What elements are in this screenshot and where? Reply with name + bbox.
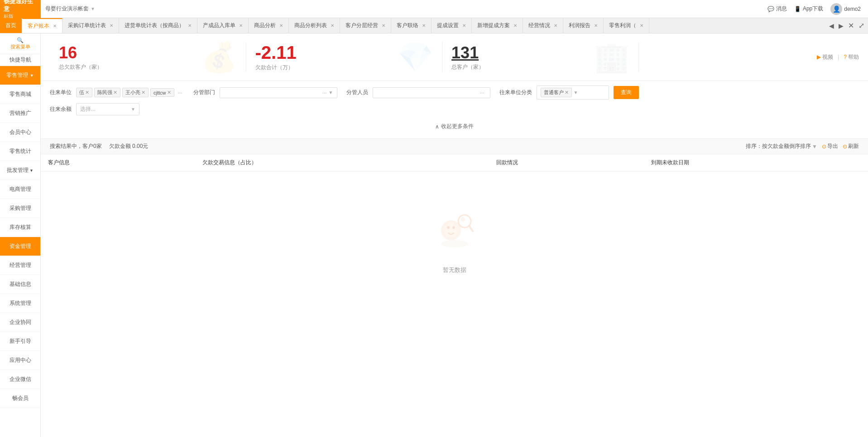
sort-chevron-icon: ▼ (812, 143, 817, 150)
export-button[interactable]: ⊙ 导出 (822, 142, 838, 150)
sidebar-item-enterprise-coop[interactable]: 企业协同 (0, 313, 40, 332)
sidebar-item-app-center[interactable]: 应用中心 (0, 351, 40, 370)
tab-retail-profit[interactable]: 零售利润（ ✕ (604, 18, 649, 33)
filter-tag-chen[interactable]: 陈民强 ✕ (94, 88, 120, 97)
home-tab-label: 首页 (5, 22, 16, 29)
filter-tag-wu[interactable]: 伍 ✕ (76, 88, 92, 97)
close-purchase-goods-icon[interactable]: ✕ (188, 23, 192, 28)
retail-stats-label: 零售统计 (10, 148, 31, 154)
close-tag-cjttcw-icon[interactable]: ✕ (167, 90, 171, 95)
tabs-close-all-button[interactable]: ✕ (846, 20, 856, 31)
filter-tag-cjttcw[interactable]: cjttcw ✕ (150, 88, 174, 97)
balance-select[interactable]: 选择... ▼ (76, 103, 139, 115)
close-tag-chen-icon[interactable]: ✕ (113, 90, 117, 95)
more-tags-button[interactable]: ··· (176, 90, 184, 96)
sidebar-item-member-center[interactable]: 会员中心 (0, 123, 40, 142)
sidebar-item-purchase[interactable]: 采购管理 (0, 199, 40, 218)
close-tag-wu-icon[interactable]: ✕ (85, 90, 89, 95)
sidebar-item-inventory[interactable]: 库存核算 (0, 218, 40, 237)
tab-operations[interactable]: 经营情况 ✕ (523, 18, 563, 33)
tab-raise-settings[interactable]: 提成设置 ✕ (432, 18, 472, 33)
dept-select[interactable]: ··· ▼ (220, 87, 337, 98)
tab-new-raise[interactable]: 新增提成方案 ✕ (472, 18, 523, 33)
close-customer-book-icon[interactable]: ✕ (53, 24, 57, 28)
sidebar-item-system[interactable]: 系统管理 (0, 294, 40, 313)
retail-mgmt-arrow-icon: ▼ (30, 73, 34, 78)
close-retail-profit-icon[interactable]: ✕ (640, 23, 643, 28)
sidebar-item-finance[interactable]: 资金管理 (0, 237, 40, 256)
close-products-in-icon[interactable]: ✕ (239, 23, 243, 28)
close-customer-tier-icon[interactable]: ✕ (382, 23, 385, 28)
user-menu-button[interactable]: 👤 demo2 (830, 3, 861, 15)
app-download-button[interactable]: 📱 App下载 (794, 5, 823, 13)
unit-type-select[interactable]: 普通客户 ✕ ▼ (537, 86, 609, 100)
sidebar-item-retail-stats[interactable]: 零售统计 (0, 142, 40, 161)
tab-profit-report[interactable]: 利润报告 ✕ (563, 18, 604, 33)
retail-mgmt-label: 零售管理 (6, 72, 28, 78)
close-goods-analysis-list-icon[interactable]: ✕ (331, 23, 334, 28)
marketing-label: 营销推广 (10, 110, 31, 116)
sidebar-item-retail-mgmt[interactable]: 零售管理 ▼ (0, 66, 40, 85)
purchase-label: 采购管理 (10, 205, 31, 211)
tab-purchase-goods[interactable]: 进货单统计表（按商品） ✕ (119, 18, 197, 33)
close-purchase-order-icon[interactable]: ✕ (110, 23, 113, 28)
tab-purchase-order[interactable]: 采购订单统计表 ✕ (62, 18, 119, 33)
customers-bg-icon: 💰 (201, 40, 237, 74)
help-button[interactable]: ? 帮助 (844, 53, 859, 61)
close-goods-analysis-icon[interactable]: ✕ (279, 23, 283, 28)
close-customer-contact-icon[interactable]: ✕ (422, 23, 426, 28)
filter-tag-wang[interactable]: 王小亮 ✕ (122, 88, 149, 97)
sidebar-item-newbie[interactable]: 新手引导 (0, 332, 40, 351)
stat-debt-total: 💎 -2.11 欠款合计（万） (246, 38, 443, 76)
sidebar-item-ecommerce[interactable]: 电商管理 (0, 180, 40, 199)
filter-row-2: 往来余额 选择... ▼ (50, 103, 859, 115)
sidebar-item-enterprise-wechat[interactable]: 企业微信 (0, 370, 40, 389)
tab-home[interactable]: 首页 (0, 18, 22, 33)
filter-area: 往来单位 伍 ✕ 陈民强 ✕ 王小亮 ✕ (41, 81, 868, 139)
person-select[interactable]: ··· (373, 87, 490, 98)
query-button[interactable]: 查询 (614, 86, 639, 99)
tab-customer-tier[interactable]: 客户分层经营 ✕ (340, 18, 391, 33)
dept-chevron-icon: ▼ (329, 90, 333, 95)
stat-total-clients: 🏢 131 总客户（家） (442, 39, 639, 76)
collapse-button[interactable]: ∧ 收起更多条件 (433, 121, 475, 132)
tabs-prev-button[interactable]: ◀ (827, 21, 836, 30)
account-selector[interactable]: 母婴行业演示帐套 ▼ (41, 5, 100, 13)
stat-clients-number: 131 (451, 43, 479, 62)
sidebar-item-vip-member[interactable]: 畅会员 (0, 389, 40, 408)
messages-button[interactable]: 💬 消息 (767, 5, 787, 13)
close-operations-icon[interactable]: ✕ (554, 23, 557, 28)
sidebar-quick-nav[interactable]: 快捷导航 (0, 54, 40, 66)
main-content: 💰 16 总欠款客户（家） 💎 -2.11 欠款合计（万） 🏢 131 总 (41, 33, 868, 437)
sidebar-item-basic-info[interactable]: 基础信息 (0, 275, 40, 294)
retail-mall-label: 零售商城 (10, 91, 31, 97)
tab-goods-analysis[interactable]: 商品分析 ✕ (249, 18, 289, 33)
sidebar-item-operations-mgmt[interactable]: 经营管理 (0, 256, 40, 275)
unit-filter-tags: 伍 ✕ 陈民强 ✕ 王小亮 ✕ cjttcw ✕ (76, 88, 184, 97)
unit-type-filter-label: 往来单位分类 (499, 89, 532, 96)
close-tag-wang-icon[interactable]: ✕ (141, 90, 145, 95)
collapse-up-icon: ∧ (435, 124, 439, 130)
close-raise-settings-icon[interactable]: ✕ (462, 23, 466, 28)
tab-customer-contact[interactable]: 客户联络 ✕ (391, 18, 432, 33)
table-header-row: 客户信息 欠款交易信息（占比） 回款情况 到期未收款日期 (41, 154, 868, 171)
sidebar-item-retail-mall[interactable]: 零售商城 (0, 85, 40, 104)
stat-debt-label: 欠款合计（万） (255, 64, 293, 71)
tab-customer-book[interactable]: 客户账本 ✕ (22, 18, 62, 33)
tabs-next-button[interactable]: ▶ (837, 21, 845, 30)
products-in-label: 产成品入库单 (203, 22, 235, 29)
close-profit-report-icon[interactable]: ✕ (594, 23, 598, 28)
tab-goods-analysis-list[interactable]: 商品分析列表 ✕ (289, 18, 340, 33)
sidebar-search[interactable]: 🔍 搜索菜单 (0, 33, 40, 54)
svg-point-3 (447, 226, 450, 229)
tab-products-in[interactable]: 产成品入库单 ✕ (197, 18, 249, 33)
sidebar-item-wholesale-mgmt[interactable]: 批发管理 ▼ (0, 161, 40, 180)
video-button[interactable]: ▶ 视频 (817, 53, 833, 61)
close-new-raise-icon[interactable]: ✕ (513, 23, 517, 28)
person-filter-label: 分管人员 (346, 89, 368, 96)
tabs-expand-button[interactable]: ⤢ (857, 20, 866, 31)
refresh-button[interactable]: ⊙ 刷新 (843, 142, 859, 150)
close-normal-customer-icon[interactable]: ✕ (565, 90, 569, 95)
filter-tag-normal-customer[interactable]: 普通客户 ✕ (541, 88, 572, 97)
sidebar-item-marketing[interactable]: 营销推广 (0, 104, 40, 123)
